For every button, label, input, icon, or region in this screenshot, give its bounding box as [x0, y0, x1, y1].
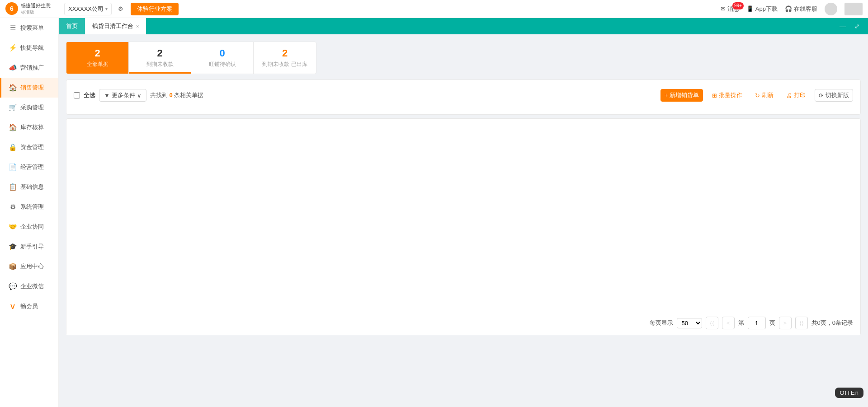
sidebar-label-finance: 资金管理 — [20, 143, 44, 151]
sidebar-item-member[interactable]: V 畅会员 — [0, 296, 58, 316]
page-size-select[interactable]: 10 20 50 100 — [677, 318, 702, 328]
stat-label-overdue: 到期未收款 — [146, 61, 174, 68]
print-icon: 🖨 — [786, 92, 792, 99]
service-icon: 🎧 — [785, 5, 792, 12]
batch-operation-button[interactable]: ⊞ 批量操作 — [708, 89, 746, 101]
prev-page-button[interactable]: ＜ — [722, 317, 735, 329]
tab-close-icon[interactable]: × — [136, 23, 139, 29]
sidebar-item-enterprise[interactable]: 🤝 企业协同 — [0, 217, 58, 237]
often-badge: OfTEn — [835, 388, 863, 398]
finance-icon: 🔒 — [9, 143, 17, 151]
app-center-icon: 📦 — [9, 262, 17, 271]
marketing-icon: 📣 — [9, 64, 17, 72]
basic-info-icon: 📋 — [9, 183, 17, 191]
first-page-button[interactable]: ⟨⟨ — [706, 317, 718, 329]
operations-icon: 📄 — [9, 163, 17, 171]
last-page-button[interactable]: ⟩⟩ — [795, 317, 808, 329]
current-page-input[interactable] — [748, 317, 766, 329]
select-all-label: 全选 — [84, 91, 95, 99]
experience-button[interactable]: 体验行业方案 — [131, 3, 179, 15]
sidebar-item-wechat[interactable]: 💬 企业微信 — [0, 276, 58, 296]
sidebar-item-inventory[interactable]: 🏠 库存核算 — [0, 117, 58, 137]
sidebar-label-basic-info: 基础信息 — [20, 183, 44, 191]
sidebar-label-wechat: 企业微信 — [20, 282, 44, 290]
stat-num-shipped: 2 — [282, 47, 288, 59]
logo-icon: 6 — [5, 2, 18, 15]
often-text: OfTEn — [840, 389, 859, 396]
online-service-item[interactable]: 🎧 在线客服 — [785, 5, 817, 13]
sidebar-item-sales[interactable]: 🏠 销售管理 — [0, 78, 58, 98]
system-icon: ⚙ — [9, 203, 17, 211]
toolbar: 全选 ▼ 更多条件 ∨ 共找到 0 条相关单据 + 新增销货单 ⊞ 批量操作 — [74, 84, 853, 106]
sidebar-label-system: 系统管理 — [20, 203, 44, 211]
search-menu-icon: ☰ — [9, 24, 17, 32]
tab-home[interactable]: 首页 — [59, 18, 85, 34]
sidebar-item-app-center[interactable]: 📦 应用中心 — [0, 257, 58, 276]
select-all-checkbox[interactable] — [74, 92, 80, 98]
stat-num-overdue: 2 — [157, 47, 162, 59]
sidebar-label-quick-nav: 快捷导航 — [20, 44, 44, 52]
stat-card-overdue[interactable]: 2 到期未收款 — [129, 42, 191, 74]
stat-num-pending: 0 — [219, 47, 225, 59]
toolbar-left: 全选 ▼ 更多条件 ∨ 共找到 0 条相关单据 — [74, 89, 203, 102]
sidebar: ☰ 搜索菜单 ⚡ 快捷导航 📣 营销推广 🏠 销售管理 🛒 采购管理 🏠 库存核… — [0, 0, 59, 407]
app-version: 标准版 — [21, 9, 51, 15]
toolbar-container: 全选 ▼ 更多条件 ∨ 共找到 0 条相关单据 + 新增销货单 ⊞ 批量操作 — [66, 80, 861, 115]
sidebar-item-operations[interactable]: 📄 经营管理 — [0, 157, 58, 177]
refresh-button[interactable]: ↻ 刷新 — [751, 89, 777, 101]
navtab-actions: — ⤢ — [837, 21, 868, 32]
sidebar-label-operations: 经营管理 — [20, 163, 44, 171]
message-badge: 99+ — [732, 2, 744, 9]
found-suffix: 条相关单据 — [174, 92, 203, 98]
sidebar-item-purchase[interactable]: 🛒 采购管理 — [0, 98, 58, 117]
table-empty-state — [66, 119, 860, 311]
print-label: 打印 — [794, 91, 806, 99]
sidebar-item-system[interactable]: ⚙ 系统管理 — [0, 197, 58, 217]
settings-icon[interactable]: ⚙ — [114, 3, 127, 15]
sidebar-item-marketing[interactable]: 📣 营销推广 — [0, 58, 58, 78]
next-page-button[interactable]: ＞ — [779, 317, 792, 329]
sidebar-label-enterprise: 企业协同 — [20, 223, 44, 231]
stat-num-all: 2 — [94, 47, 100, 59]
add-sales-order-button[interactable]: + 新增销货单 — [660, 89, 703, 102]
stat-card-shipped[interactable]: 2 到期未收款 已出库 — [254, 42, 316, 74]
switch-version-button[interactable]: ⟳ 切换新版 — [815, 89, 853, 102]
company-selector[interactable]: XXXXXX公司 ▾ — [64, 3, 112, 15]
found-prefix: 共找到 — [150, 92, 168, 98]
sidebar-label-sales: 销售管理 — [20, 84, 44, 92]
sidebar-label-purchase: 采购管理 — [20, 103, 44, 112]
sidebar-item-basic-info[interactable]: 📋 基础信息 — [0, 177, 58, 197]
tab-minimize-icon[interactable]: — — [837, 21, 848, 32]
sidebar-item-guide[interactable]: 🎓 新手引导 — [0, 237, 58, 257]
sidebar-item-search-menu[interactable]: ☰ 搜索菜单 — [0, 18, 58, 38]
purchase-icon: 🛒 — [9, 103, 17, 112]
chevron-down-icon: ▾ — [105, 6, 108, 11]
tab-maximize-icon[interactable]: ⤢ — [852, 21, 863, 32]
app-download-item[interactable]: 📱 App下载 — [746, 5, 778, 13]
batch-label: 批量操作 — [719, 91, 742, 99]
stat-card-all[interactable]: 2 全部单据 — [66, 42, 129, 74]
more-filters-button[interactable]: ▼ 更多条件 ∨ — [99, 89, 146, 102]
message-item[interactable]: ✉ 消息 99+ — [721, 5, 739, 13]
total-info: 共0页，0条记录 — [811, 319, 853, 327]
filter-arrow-icon: ∨ — [137, 92, 142, 99]
avatar[interactable] — [825, 3, 837, 15]
print-button[interactable]: 🖨 打印 — [783, 89, 809, 101]
more-filters-label: 更多条件 — [112, 91, 135, 99]
app-download-label: App下载 — [755, 5, 778, 13]
app-logo: 6 畅捷通好生意 标准版 — [5, 2, 64, 15]
page-label-end: 页 — [769, 319, 775, 327]
sidebar-item-quick-nav[interactable]: ⚡ 快捷导航 — [0, 38, 58, 58]
filter-icon: ▼ — [104, 92, 110, 99]
sidebar-label-marketing: 营销推广 — [20, 64, 44, 72]
stat-cards: 2 全部单据 2 到期未收款 0 旺铺待确认 2 到期未收款 已出库 — [66, 42, 316, 74]
switch-label: 切换新版 — [826, 91, 849, 99]
stat-card-pending[interactable]: 0 旺铺待确认 — [191, 42, 254, 74]
sidebar-item-finance[interactable]: 🔒 资金管理 — [0, 137, 58, 157]
app-name: 畅捷通好生意 — [21, 2, 51, 9]
user-menu[interactable] — [844, 3, 863, 15]
sidebar-label-search-menu: 搜索菜单 — [20, 24, 44, 32]
quick-nav-icon: ⚡ — [9, 44, 17, 52]
message-icon: ✉ — [721, 5, 726, 12]
tab-active[interactable]: 钱货日清工作台 × — [85, 18, 146, 34]
